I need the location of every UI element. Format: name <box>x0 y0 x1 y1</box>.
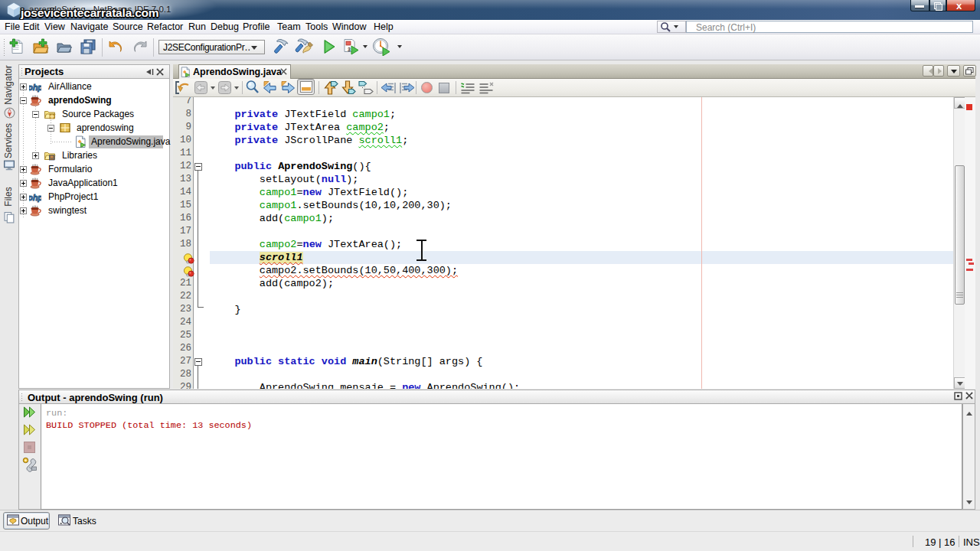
svg-text:php: php <box>29 193 41 202</box>
svg-text:php: php <box>29 83 41 92</box>
svg-text:3: 3 <box>348 47 351 52</box>
